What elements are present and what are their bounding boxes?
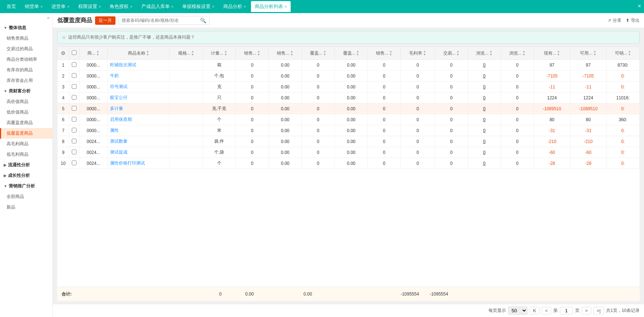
row-name[interactable]: 牛奶: [107, 71, 169, 82]
sort-icon[interactable]: ▲▼: [191, 50, 195, 56]
sidebar-section-growth-header[interactable]: ▶ 成长性分析: [0, 170, 52, 181]
column-trade[interactable]: 交易... ▲▼: [435, 47, 468, 60]
row-browse1[interactable]: 0: [468, 60, 501, 71]
nav-role-auth[interactable]: 角色授权 ×: [106, 1, 136, 12]
row-checkbox[interactable]: [72, 84, 76, 89]
close-icon[interactable]: ×: [284, 4, 287, 9]
nav-product-analysis[interactable]: 商品分析 ×: [220, 1, 250, 12]
column-browse2[interactable]: 浏览... ▲▼: [501, 47, 534, 60]
nav-permissions[interactable]: 权限设置 ×: [75, 1, 105, 12]
row-checkbox-cell[interactable]: [69, 136, 79, 147]
row-name[interactable]: 测试数量: [107, 136, 169, 147]
sidebar-collapse-button[interactable]: «: [0, 13, 52, 23]
sidebar-item-category-sales-rate[interactable]: 商品分类动销率: [0, 54, 52, 65]
column-name[interactable]: 商品名称 ▲▼: [107, 47, 169, 60]
close-icon[interactable]: ×: [171, 4, 173, 9]
column-sales3[interactable]: 销售... ▲▼: [368, 47, 401, 60]
sidebar-section-marketing-header[interactable]: ▼ 营销推广分析: [0, 181, 52, 191]
column-unit[interactable]: 计量... ▲▼: [203, 47, 236, 60]
sidebar-item-low-value[interactable]: 低价值商品: [0, 107, 52, 118]
close-all-button[interactable]: ×: [638, 3, 641, 9]
sort-icon[interactable]: ▲▼: [224, 50, 227, 56]
sidebar-item-low-coverage[interactable]: 低覆盖度商品: [0, 128, 52, 139]
sidebar-item-low-profit[interactable]: 低毛利商品: [0, 149, 52, 160]
row-checkbox[interactable]: [72, 95, 76, 100]
sidebar-item-high-value[interactable]: 高价值商品: [0, 96, 52, 107]
row-checkbox[interactable]: [72, 62, 76, 67]
column-sales1[interactable]: 销售... ▲▼: [236, 47, 269, 60]
first-page-button[interactable]: K: [530, 307, 539, 314]
row-browse1[interactable]: 0: [468, 158, 501, 169]
sidebar-item-in-stock-products[interactable]: 有库存的商品: [0, 65, 52, 75]
sort-icon[interactable]: ▲▼: [146, 50, 149, 56]
sidebar-item-high-profit[interactable]: 高毛利商品: [0, 139, 52, 149]
close-icon[interactable]: ×: [40, 4, 43, 9]
column-available[interactable]: 可用... ▲▼: [570, 47, 606, 60]
sidebar-item-traded-products[interactable]: 交易过的商品: [0, 44, 52, 54]
sort-icon[interactable]: ▲▼: [628, 50, 631, 56]
sort-icon[interactable]: ▲▼: [257, 50, 260, 56]
prev-page-button[interactable]: <: [542, 307, 551, 314]
row-browse1[interactable]: 0: [468, 125, 501, 136]
row-browse1[interactable]: 0: [468, 136, 501, 147]
column-checkbox[interactable]: [69, 47, 79, 60]
next-page-button[interactable]: >: [582, 307, 591, 314]
search-input[interactable]: [122, 18, 199, 23]
row-checkbox[interactable]: [72, 117, 76, 122]
sort-icon[interactable]: ▲▼: [522, 50, 526, 56]
sort-icon[interactable]: ▲▼: [323, 50, 326, 56]
select-all-checkbox[interactable]: [72, 50, 76, 55]
row-checkbox[interactable]: [72, 161, 76, 165]
sort-icon[interactable]: ▲▼: [593, 50, 597, 56]
sort-icon[interactable]: ▲▼: [96, 50, 99, 56]
column-gear[interactable]: ⚙: [58, 47, 69, 60]
nav-template-settings[interactable]: 单据模板设置 ×: [178, 1, 218, 12]
close-icon[interactable]: ×: [67, 4, 69, 9]
sort-icon[interactable]: ▲▼: [557, 50, 560, 56]
sort-icon[interactable]: ▲▼: [489, 50, 492, 56]
gear-icon[interactable]: ⚙: [61, 50, 66, 56]
column-code[interactable]: 商... ▲▼: [79, 47, 108, 60]
column-cover1[interactable]: 覆盖... ▲▼: [302, 47, 335, 60]
row-browse1[interactable]: 0: [468, 103, 501, 114]
row-checkbox-cell[interactable]: [69, 147, 79, 158]
row-browse1[interactable]: 0: [468, 71, 501, 82]
close-icon[interactable]: ×: [212, 4, 214, 9]
row-checkbox[interactable]: [72, 73, 76, 78]
nav-purchase-order[interactable]: 进货单 ×: [48, 1, 73, 12]
row-checkbox[interactable]: [72, 139, 76, 143]
column-sales2[interactable]: 销售... ▲▼: [269, 47, 302, 60]
nav-finished-goods[interactable]: 产成品入库单 ×: [138, 1, 177, 12]
sort-icon[interactable]: ▲▼: [290, 50, 293, 56]
row-checkbox-cell[interactable]: [69, 92, 79, 103]
column-current[interactable]: 现有... ▲▼: [534, 47, 570, 60]
last-page-button[interactable]: >|: [593, 307, 604, 314]
row-checkbox-cell[interactable]: [69, 82, 79, 92]
sidebar-section-liquidity-header[interactable]: ▶ 流通性分析: [0, 160, 52, 170]
sidebar-item-sales-products[interactable]: 销售类商品: [0, 33, 52, 44]
row-checkbox-cell[interactable]: [69, 103, 79, 114]
row-name[interactable]: 多计量: [107, 103, 169, 114]
period-button[interactable]: 近一月: [95, 16, 115, 25]
nav-product-analysis-list[interactable]: 商品分析列表 ×: [251, 1, 290, 12]
row-name[interactable]: 属性: [107, 125, 169, 136]
row-checkbox[interactable]: [72, 106, 76, 111]
sidebar-item-new-products[interactable]: 新品: [0, 202, 52, 213]
sort-icon[interactable]: ▲▼: [423, 50, 426, 56]
column-browse1[interactable]: 浏览... ▲▼: [468, 47, 501, 60]
current-page-input[interactable]: [560, 307, 573, 314]
row-name[interactable]: 符号测试: [107, 82, 169, 92]
sidebar-item-stock-fund[interactable]: 库存资金占用: [0, 75, 52, 86]
sort-icon[interactable]: ▲▼: [456, 50, 460, 56]
close-icon[interactable]: ×: [130, 4, 132, 9]
sidebar-item-all-products[interactable]: 全部商品: [0, 191, 52, 202]
row-browse1[interactable]: 0: [468, 114, 501, 125]
row-name[interactable]: 属性价格打印测试: [107, 158, 169, 169]
row-name[interactable]: 测试提成: [107, 147, 169, 158]
page-size-select[interactable]: 20 50 100: [508, 306, 527, 315]
close-icon[interactable]: ×: [244, 4, 246, 9]
search-icon[interactable]: 🔍: [200, 17, 206, 23]
row-checkbox-cell[interactable]: [69, 125, 79, 136]
sidebar-section-wealth-header[interactable]: ▼ 类财富分析: [0, 86, 52, 96]
column-cover2[interactable]: 覆盖... ▲▼: [335, 47, 368, 60]
